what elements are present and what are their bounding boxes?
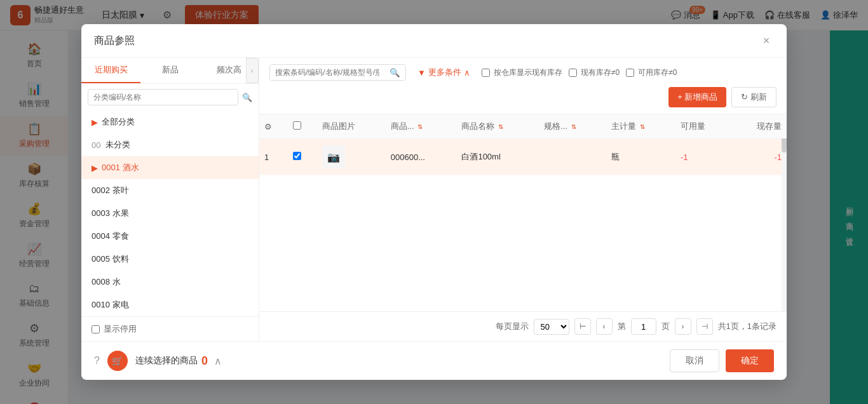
- prev-page-button[interactable]: ‹: [596, 318, 613, 335]
- table-row[interactable]: 1 📷 000600... 白酒100ml 瓶 -1: [259, 139, 787, 175]
- product-search-button[interactable]: 🔍: [384, 68, 405, 77]
- cat-item-tea[interactable]: 0002 茶叶: [81, 179, 259, 202]
- modal-overlay: 商品参照 × 近期购买 新品 频次高 ‹ 🔍 ▶: [0, 0, 868, 404]
- cat-label-0005: 0005 饮料: [92, 253, 129, 265]
- product-image: 📷: [322, 145, 345, 168]
- first-page-button[interactable]: ⊢: [574, 318, 591, 335]
- cat-item-uncategorized[interactable]: 00 未分类: [81, 133, 259, 156]
- col-settings[interactable]: ⚙: [259, 114, 288, 139]
- expand-icon-liquor: ▶: [92, 163, 98, 173]
- page-number-input[interactable]: [631, 318, 656, 335]
- product-table: ⚙ 商品图片 商品... ⇅ 商品名称: [259, 114, 787, 175]
- modal-body: 近期购买 新品 频次高 ‹ 🔍 ▶ 全部分类 00 未分类: [81, 58, 787, 341]
- warehouse-label: 按仓库显示现有库存: [494, 67, 562, 78]
- footer-buttons: 取消 确定: [670, 349, 774, 372]
- product-actions: + 新增商品 ↻ 刷新: [668, 87, 776, 107]
- cat-item-appliance[interactable]: 0010 家电: [81, 293, 259, 316]
- scrollbar-track: [782, 114, 787, 311]
- modal-close-button[interactable]: ×: [759, 33, 774, 48]
- cat-item-liquor[interactable]: ▶ 0001 酒水: [81, 156, 259, 179]
- panel-collapse-button[interactable]: ‹: [246, 58, 259, 83]
- tab-new[interactable]: 新品: [140, 58, 200, 83]
- modal-title: 商品参照: [94, 34, 135, 48]
- category-search-input[interactable]: [88, 89, 238, 105]
- col-stock[interactable]: 现存量: [731, 114, 787, 139]
- cat-label-0003: 0003 水果: [92, 208, 129, 219]
- category-search-icon[interactable]: 🔍: [242, 89, 252, 105]
- cat-code-00: 00: [92, 140, 100, 150]
- sort-spec-icon: ⇅: [571, 123, 576, 130]
- cat-item-water[interactable]: 0008 水: [81, 271, 259, 293]
- category-tabs: 近期购买 新品 频次高 ‹: [81, 58, 259, 84]
- col-unit[interactable]: 主计量 ⇅: [606, 114, 675, 139]
- tab-recent[interactable]: 近期购买: [81, 58, 140, 83]
- row-checkbox[interactable]: [293, 152, 301, 160]
- cat-label-0002: 0002 茶叶: [92, 185, 129, 196]
- cat-item-snack[interactable]: 0004 零食: [81, 225, 259, 248]
- cat-item-all[interactable]: ▶ 全部分类: [81, 111, 259, 133]
- sort-unit-icon: ⇅: [640, 123, 645, 130]
- cancel-button[interactable]: 取消: [670, 349, 719, 372]
- category-search: 🔍: [81, 84, 259, 111]
- per-page-select[interactable]: 50 10 20 100: [534, 319, 569, 335]
- last-page-button[interactable]: ⊣: [696, 318, 713, 335]
- product-panel: 🔍 ▼ 更多条件 ∧ 按仓库显示现有库存 现有库存≠0: [259, 58, 787, 341]
- col-name[interactable]: 商品名称 ⇅: [456, 114, 539, 139]
- cell-stock: -1: [731, 139, 787, 175]
- cell-seq: 1: [259, 139, 288, 175]
- table-body: 1 📷 000600... 白酒100ml 瓶 -1: [259, 139, 787, 175]
- col-code[interactable]: 商品... ⇅: [386, 114, 457, 139]
- table-header: ⚙ 商品图片 商品... ⇅ 商品名称: [259, 114, 787, 139]
- cat-label-0010: 0010 家电: [92, 299, 129, 311]
- col-spec[interactable]: 规格... ⇅: [539, 114, 606, 139]
- cat-item-beverage[interactable]: 0005 饮料: [81, 248, 259, 271]
- stock-nonzero-checkbox[interactable]: [569, 69, 577, 77]
- col-available[interactable]: 可用量: [675, 114, 731, 139]
- cell-image: 📷: [317, 139, 386, 175]
- next-page-button[interactable]: ›: [675, 318, 691, 335]
- more-filter-button[interactable]: ▼ 更多条件 ∧: [412, 64, 475, 81]
- col-check[interactable]: [288, 114, 317, 139]
- product-table-wrapper: ⚙ 商品图片 商品... ⇅ 商品名称: [259, 114, 787, 311]
- expand-icon-all: ▶: [92, 118, 98, 127]
- help-icon[interactable]: ?: [94, 355, 100, 367]
- product-search-input[interactable]: [270, 65, 384, 80]
- cat-item-fruit[interactable]: 0003 水果: [81, 202, 259, 225]
- pagination: 每页显示 50 10 20 100 ⊢ ‹ 第 页 › ⊣ 共1页，1条记录: [259, 311, 787, 341]
- filter-icon: ▼: [417, 68, 426, 77]
- footer-collapse-icon[interactable]: ∧: [214, 355, 222, 367]
- cell-check[interactable]: [288, 139, 317, 175]
- selected-products-info: 连续选择的商品 0 ∧: [135, 354, 222, 368]
- cat-label-0008: 0008 水: [92, 276, 121, 288]
- select-all-checkbox[interactable]: [293, 121, 301, 130]
- page-label: 第: [618, 321, 626, 332]
- confirm-button[interactable]: 确定: [726, 349, 774, 372]
- cell-name: 白酒100ml: [456, 139, 539, 175]
- available-nonzero-filter: 可用库存≠0: [626, 67, 677, 78]
- warehouse-checkbox[interactable]: [482, 69, 490, 77]
- cell-code: 000600...: [386, 139, 457, 175]
- cat-label-0001: 0001 酒水: [102, 162, 139, 173]
- page-label2: 页: [661, 321, 670, 332]
- selected-count: 0: [201, 354, 208, 368]
- available-nonzero-checkbox[interactable]: [626, 69, 634, 77]
- total-info: 共1页，1条记录: [718, 321, 776, 332]
- filter-arrow-icon: ∧: [464, 68, 470, 77]
- sort-code-icon: ⇅: [417, 123, 423, 130]
- cart-button[interactable]: 🛒: [107, 351, 128, 371]
- product-toolbar: 🔍 ▼ 更多条件 ∧ 按仓库显示现有库存 现有库存≠0: [259, 58, 787, 114]
- show-disabled-checkbox[interactable]: [92, 325, 100, 333]
- available-nonzero-label: 可用库存≠0: [638, 67, 677, 78]
- refresh-button[interactable]: ↻ 刷新: [731, 87, 776, 107]
- cat-label-0004: 0004 零食: [92, 231, 129, 242]
- add-product-button[interactable]: + 新增商品: [668, 87, 726, 107]
- category-panel-footer: 显示停用: [81, 316, 259, 341]
- per-page-label: 每页显示: [496, 321, 529, 332]
- product-reference-modal: 商品参照 × 近期购买 新品 频次高 ‹ 🔍 ▶: [81, 24, 787, 380]
- cat-label-00: 未分类: [105, 139, 130, 151]
- category-panel: 近期购买 新品 频次高 ‹ 🔍 ▶ 全部分类 00 未分类: [81, 58, 259, 341]
- stock-nonzero-filter: 现有库存≠0: [569, 67, 620, 78]
- cell-spec: [539, 139, 606, 175]
- cell-available: -1: [675, 139, 731, 175]
- filter-label: 更多条件: [428, 67, 461, 78]
